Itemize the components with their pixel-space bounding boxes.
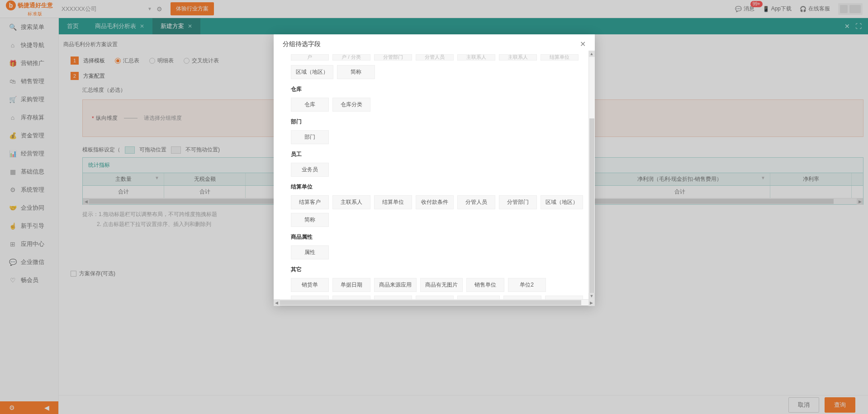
field-3-1[interactable]: 主联系人 xyxy=(332,195,370,209)
scroll-thumb[interactable] xyxy=(280,300,581,305)
group-title: 员工 xyxy=(291,151,586,158)
field-row2-1[interactable]: 简称 xyxy=(337,65,375,79)
field-5-5[interactable]: 单位2 xyxy=(508,278,546,292)
field-5-4[interactable]: 销售单位 xyxy=(466,278,504,292)
scroll-thumb[interactable] xyxy=(589,118,594,299)
field-3-3[interactable]: 收付款条件 xyxy=(416,195,454,209)
field-group-0: 仓库仓库仓库分类 xyxy=(291,85,586,112)
group-title: 商品属性 xyxy=(291,233,586,241)
field-5-2[interactable]: 商品来源应用 xyxy=(374,278,417,292)
field-0-1[interactable]: 仓库分类 xyxy=(332,98,370,112)
field-5-3[interactable]: 商品有无图片 xyxy=(420,278,463,292)
field-5-10[interactable]: 预计交货日期 xyxy=(457,296,500,299)
horizontal-scrollbar[interactable]: ◀ ▶ xyxy=(274,299,595,306)
field-5-0[interactable]: 销货单 xyxy=(291,278,329,292)
field-group-1: 部门部门 xyxy=(291,118,586,144)
scroll-left-icon[interactable]: ◀ xyxy=(274,300,280,306)
vertical-scrollbar[interactable]: ▲ ▼ xyxy=(588,51,595,299)
field-5-6[interactable]: 主计量 xyxy=(291,296,329,299)
field-5-8[interactable]: 审核人 xyxy=(374,296,412,299)
field-3-0[interactable]: 结算客户 xyxy=(291,195,329,209)
field-3-5[interactable]: 分管部门 xyxy=(499,195,537,209)
field-partial-3[interactable]: 分管人员 xyxy=(416,54,454,61)
field-5-1[interactable]: 单据日期 xyxy=(332,278,370,292)
field-group-3: 结算单位结算客户主联系人结算单位收付款条件分管人员分管部门区域（地区）简称 xyxy=(291,183,586,227)
group-title: 部门 xyxy=(291,118,586,126)
field-group-2: 员工业务员 xyxy=(291,151,586,177)
field-partial-0[interactable]: 户 xyxy=(291,54,329,61)
field-row2-0[interactable]: 区域（地区） xyxy=(291,65,333,79)
scroll-up-icon[interactable]: ▲ xyxy=(589,51,595,57)
field-group-5: 其它销货单单据日期商品来源应用商品有无图片销售单位单位2主计量制单人审核人出库人… xyxy=(291,266,586,299)
field-2-0[interactable]: 业务员 xyxy=(291,163,329,177)
field-select-modal: 分组待选字段 ✕ 户户 / 分类分管部门分管人员主联系人主联系人结算单位 区域（… xyxy=(274,34,595,306)
field-4-0[interactable]: 属性 xyxy=(291,245,329,259)
field-5-9[interactable]: 出库人 xyxy=(416,296,454,299)
field-1-0[interactable]: 部门 xyxy=(291,130,329,144)
field-partial-2[interactable]: 分管部门 xyxy=(374,54,412,61)
field-group-4: 商品属性属性 xyxy=(291,233,586,259)
field-partial-6[interactable]: 结算单位 xyxy=(541,54,579,61)
field-5-12[interactable]: 销售订单 xyxy=(545,296,583,299)
group-title: 仓库 xyxy=(291,85,586,93)
close-icon[interactable]: ✕ xyxy=(580,40,586,48)
modal-body: 户户 / 分类分管部门分管人员主联系人主联系人结算单位 区域（地区）简称 仓库仓… xyxy=(274,54,595,299)
field-3-6[interactable]: 区域（地区） xyxy=(541,195,583,209)
field-0-0[interactable]: 仓库 xyxy=(291,98,329,112)
field-3-2[interactable]: 结算单位 xyxy=(374,195,412,209)
group-title: 其它 xyxy=(291,266,586,273)
field-5-11[interactable]: 赠品 xyxy=(503,296,541,299)
group-title: 结算单位 xyxy=(291,183,586,191)
modal-title: 分组待选字段 xyxy=(283,40,321,48)
field-partial-5[interactable]: 主联系人 xyxy=(499,54,537,61)
field-3-4[interactable]: 分管人员 xyxy=(457,195,495,209)
field-5-7[interactable]: 制单人 xyxy=(332,296,370,299)
scroll-right-icon[interactable]: ▶ xyxy=(588,300,595,306)
scroll-down-icon[interactable]: ▼ xyxy=(589,293,595,299)
field-3-7[interactable]: 简称 xyxy=(291,213,329,227)
field-partial-4[interactable]: 主联系人 xyxy=(457,54,495,61)
field-partial-1[interactable]: 户 / 分类 xyxy=(332,54,370,61)
